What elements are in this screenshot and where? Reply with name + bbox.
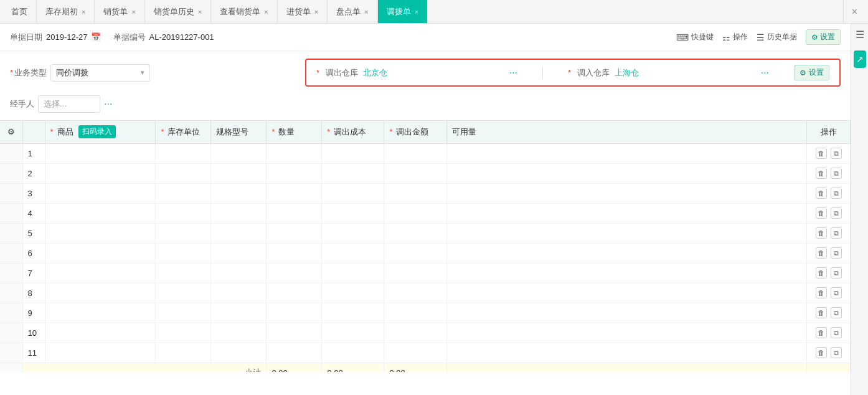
delete-icon-1[interactable]: 🗑 [816, 148, 827, 159]
warehouse-settings-btn[interactable]: ⚙ 设置 [794, 65, 829, 80]
delete-icon[interactable]: 🗑 [816, 247, 827, 259]
copy-icon[interactable]: ⧉ [831, 247, 842, 259]
table-row: 11 🗑⧉ [0, 343, 851, 363]
scan-entry-btn[interactable]: 扫码录入 [78, 125, 116, 138]
tab-stocktake[interactable]: 盘点单 × [328, 0, 377, 23]
out-warehouse-more-btn[interactable]: ··· [509, 67, 517, 79]
doc-date-field: 单据日期 2019-12-27 📅 [10, 32, 101, 43]
form-area: * 业务类型 同价调拨 ▾ * 调出仓库 北京仓 ··· [0, 51, 851, 120]
operator-label: 经手人 [10, 98, 34, 110]
col-seq [22, 121, 45, 143]
row-unit-1[interactable] [156, 143, 211, 163]
sidebar-export-icon[interactable]: ↗ [854, 50, 866, 68]
biz-type-select[interactable]: 同价调拨 ▾ [50, 64, 150, 82]
doc-date-value: 2019-12-27 [46, 32, 88, 42]
tab-sales-order[interactable]: 销货单 × [95, 0, 144, 23]
biz-type-value: 同价调拨 [56, 67, 141, 79]
delete-icon[interactable]: 🗑 [816, 307, 827, 318]
tab-purchase[interactable]: 进货单 × [278, 0, 328, 23]
page-wrapper: 单据日期 2019-12-27 📅 单据编号 AL-20191227-001 ⌨… [0, 24, 868, 395]
out-warehouse-field: * 调出仓库 北京仓 ··· [316, 67, 517, 79]
delete-icon[interactable]: 🗑 [816, 227, 827, 239]
copy-icon[interactable]: ⧉ [831, 227, 842, 239]
row-product-1[interactable] [45, 143, 156, 163]
copy-icon[interactable]: ⧉ [831, 307, 842, 318]
doc-no-field: 单据编号 AL-20191227-001 [113, 32, 214, 43]
in-warehouse-more-btn[interactable]: ··· [761, 67, 769, 79]
operator-more-btn[interactable]: ··· [104, 98, 112, 110]
copy-icon[interactable]: ⧉ [831, 347, 842, 358]
biz-type-required: * [10, 68, 13, 77]
table-row: 7 🗑⧉ [0, 263, 851, 283]
form-row-2: 经手人 选择... ··· [10, 93, 841, 115]
table-row: 5 🗑⧉ [0, 223, 851, 243]
col-cost: * 调出成本 [322, 121, 384, 143]
history-btn[interactable]: ☰ 历史单据 [757, 32, 797, 42]
tab-view-sales[interactable]: 查看销货单 × [211, 0, 277, 23]
tab-transfer[interactable]: 调拨单 × [378, 0, 428, 23]
subtotal-row: 小计 0.00 0.00 0.00 [0, 363, 851, 372]
copy-icon[interactable]: ⧉ [831, 188, 842, 199]
delete-icon[interactable]: 🗑 [816, 267, 827, 278]
calendar-icon[interactable]: 📅 [91, 32, 101, 42]
row-ops-1: 🗑 ⧉ [807, 143, 851, 163]
copy-icon[interactable]: ⧉ [831, 327, 842, 338]
col-ops: 操作 [807, 121, 851, 143]
operator-input[interactable]: 选择... [38, 95, 100, 113]
tab-close-sales-history[interactable]: × [198, 8, 202, 16]
action-btn[interactable]: ⚏ 操作 [722, 32, 748, 42]
delete-icon[interactable]: 🗑 [816, 327, 827, 338]
warehouse-box: * 调出仓库 北京仓 ··· * 调入仓库 上海仓 ··· ⚙ 设置 [305, 59, 841, 87]
row-cost-1[interactable] [322, 143, 384, 163]
tab-close-sales-order[interactable]: × [131, 8, 135, 16]
in-wh-required: * [568, 68, 571, 77]
tab-home[interactable]: 首页 [2, 0, 37, 23]
table-gear-icon[interactable]: ⚙ [7, 127, 15, 136]
row-available-1 [446, 143, 806, 163]
table-row: 8 🗑⧉ [0, 283, 851, 303]
delete-icon[interactable]: 🗑 [816, 168, 827, 179]
tab-sales-history[interactable]: 销货单历史 × [145, 0, 211, 23]
tab-bar: 首页 库存期初 × 销货单 × 销货单历史 × 查看销货单 × 进货单 × 盘点… [0, 0, 868, 24]
settings-btn-toolbar[interactable]: ⚙ 设置 [806, 29, 841, 45]
gear-icon: ⚙ [800, 69, 806, 77]
in-warehouse-label: 调入仓库 [577, 67, 610, 79]
tab-close-transfer[interactable]: × [415, 8, 418, 16]
warehouse-divider [542, 67, 543, 79]
in-warehouse-value: 上海仓 [615, 67, 752, 79]
delete-icon[interactable]: 🗑 [816, 207, 827, 219]
row-spec-1[interactable] [211, 143, 267, 163]
row-qty-1[interactable] [267, 143, 322, 163]
delete-icon[interactable]: 🗑 [816, 287, 827, 298]
row-amount-1[interactable] [384, 143, 446, 163]
tab-bar-close-btn[interactable]: × [843, 0, 866, 23]
subtotal-qty: 0.00 [267, 363, 322, 372]
copy-icon[interactable]: ⧉ [831, 267, 842, 278]
tab-close-purchase[interactable]: × [314, 8, 318, 16]
table-row: 2 🗑⧉ [0, 163, 851, 183]
table-row: 9 🗑⧉ [0, 303, 851, 323]
subtotal-amount: 0.00 [384, 363, 446, 372]
copy-icon[interactable]: ⧉ [831, 287, 842, 298]
tab-stock-init[interactable]: 库存期初 × [37, 0, 95, 23]
out-wh-required: * [316, 68, 319, 77]
tab-close-stocktake[interactable]: × [364, 8, 368, 16]
action-icon: ⚏ [722, 32, 730, 42]
copy-icon[interactable]: ⧉ [831, 207, 842, 219]
col-qty: * 数量 [267, 121, 322, 143]
copy-icon[interactable]: ⧉ [831, 168, 842, 179]
delete-icon[interactable]: 🗑 [816, 188, 827, 199]
col-gear[interactable]: ⚙ [0, 121, 22, 143]
sidebar-list-icon[interactable]: ☰ [854, 29, 866, 40]
doc-no-label: 单据编号 [113, 32, 146, 43]
delete-icon[interactable]: 🗑 [816, 347, 827, 358]
col-unit: * 库存单位 [156, 121, 211, 143]
copy-icon-1[interactable]: ⧉ [831, 148, 842, 159]
settings-icon: ⚙ [811, 33, 818, 42]
shortcut-btn[interactable]: ⌨ 快捷键 [676, 32, 714, 42]
subtotal-label: 小计 [22, 363, 267, 372]
tab-close-view-sales[interactable]: × [264, 8, 268, 16]
toolbar: 单据日期 2019-12-27 📅 单据编号 AL-20191227-001 ⌨… [0, 24, 851, 51]
tab-close-stock-init[interactable]: × [82, 8, 85, 16]
main-content: 单据日期 2019-12-27 📅 单据编号 AL-20191227-001 ⌨… [0, 24, 851, 395]
